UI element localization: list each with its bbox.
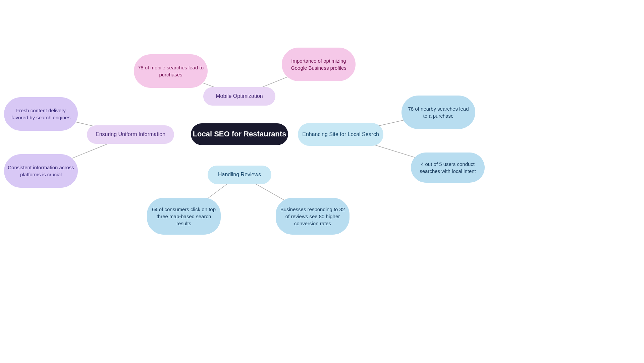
- leaf-fresh-content: Fresh content delivery favored by search…: [4, 97, 78, 131]
- branch-uniform-info: Ensuring Uniform Information: [87, 125, 174, 144]
- center-label: Local SEO for Restaurants: [193, 129, 286, 139]
- branch-label-uniform: Ensuring Uniform Information: [96, 131, 165, 138]
- leaf-local-intent: 4 out of 5 users conduct searches with l…: [411, 153, 485, 183]
- leaf-map-clicks: 64 of consumers click on top three map-b…: [147, 198, 221, 235]
- branch-label-local-search: Enhancing Site for Local Search: [302, 131, 379, 138]
- leaf-label-nearby-searches: 78 of nearby searches lead to a purchase: [406, 105, 471, 119]
- branch-handling-reviews: Handling Reviews: [208, 166, 271, 184]
- leaf-label-local-intent: 4 out of 5 users conduct searches with l…: [415, 161, 481, 175]
- branch-label-reviews: Handling Reviews: [218, 171, 261, 178]
- center-node: Local SEO for Restaurants: [191, 123, 288, 145]
- leaf-label-fresh-content: Fresh content delivery favored by search…: [7, 107, 74, 121]
- leaf-label-google-business: Importance of optimizing Google Business…: [285, 57, 352, 71]
- leaf-label-map-clicks: 64 of consumers click on top three map-b…: [151, 206, 217, 227]
- branch-mobile-optimization: Mobile Optimization: [203, 87, 275, 106]
- leaf-google-business: Importance of optimizing Google Business…: [282, 48, 356, 81]
- leaf-label-reviews-conversion: Businesses responding to 32 of reviews s…: [280, 206, 345, 227]
- leaf-label-mobile-stat: 78 of mobile searches lead to purchases: [137, 64, 204, 78]
- leaf-label-consistent-info: Consistent information across platforms …: [7, 164, 74, 178]
- branch-label-mobile: Mobile Optimization: [216, 93, 263, 100]
- leaf-nearby-searches: 78 of nearby searches lead to a purchase: [401, 96, 475, 129]
- leaf-reviews-conversion: Businesses responding to 32 of reviews s…: [276, 198, 350, 235]
- branch-local-search: Enhancing Site for Local Search: [298, 123, 383, 146]
- leaf-consistent-info: Consistent information across platforms …: [4, 154, 78, 188]
- leaf-mobile-stat: 78 of mobile searches lead to purchases: [134, 54, 208, 88]
